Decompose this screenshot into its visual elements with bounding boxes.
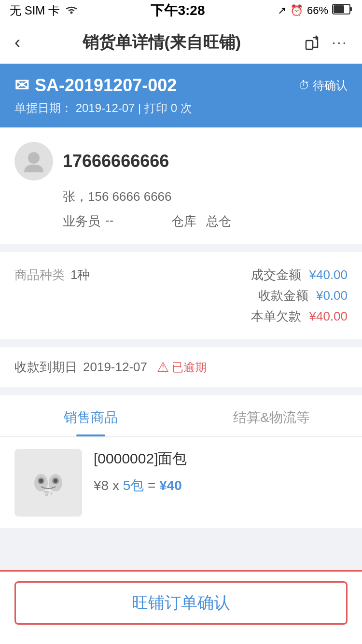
product-total: ¥40 bbox=[159, 478, 182, 493]
order-status: ⏱ 待确认 bbox=[298, 78, 348, 93]
battery-level: 66% bbox=[307, 4, 328, 17]
collected-label: 收款金额 bbox=[258, 287, 308, 304]
due-date: 2019-12-07 bbox=[83, 360, 147, 375]
svg-text:管+: 管+ bbox=[43, 490, 53, 497]
customer-phone: 17666666666 bbox=[63, 151, 169, 171]
nav-bar: ‹ 销货单详情(来自旺铺) ··· bbox=[0, 21, 362, 64]
order-icon: ✉ bbox=[14, 75, 29, 96]
collected-value: ¥0.00 bbox=[316, 288, 348, 303]
svg-point-10 bbox=[39, 479, 43, 483]
customer-fields: 业务员 -- 仓库 总仓 bbox=[14, 213, 348, 230]
status-bar: 无 SIM 卡 下午3:28 ↗ ⏰ 66% bbox=[0, 0, 362, 21]
customer-sub: 张，156 6666 6666 bbox=[14, 188, 348, 205]
owed-row: 本单欠款 ¥40.00 bbox=[251, 308, 348, 325]
summary-left: 商品种类 1种 bbox=[14, 266, 90, 283]
product-name: [0000002]面包 bbox=[94, 449, 348, 469]
nav-left: ‹ bbox=[14, 32, 20, 53]
amount-value: ¥40.00 bbox=[309, 267, 348, 282]
status-right: ↗ ⏰ 66% bbox=[278, 4, 352, 17]
svg-rect-2 bbox=[350, 7, 352, 11]
warehouse-field: 仓库 总仓 bbox=[171, 213, 231, 230]
summary-right: 成交金额 ¥40.00 收款金额 ¥0.00 本单欠款 ¥40.00 bbox=[251, 266, 348, 325]
order-meta: 单据日期： 2019-12-07 | 打印 0 次 bbox=[14, 100, 348, 116]
tabs-row: 销售商品 结算&物流等 bbox=[0, 395, 362, 437]
price-text: ¥8 x bbox=[94, 478, 123, 493]
customer-section: 17666666666 张，156 6666 6666 业务员 -- 仓库 总仓 bbox=[0, 127, 362, 244]
page-title: 销货单详情(来自旺铺) bbox=[83, 31, 241, 54]
svg-point-11 bbox=[54, 479, 57, 483]
clock-icon: ⏱ bbox=[298, 79, 310, 92]
equals-text: = bbox=[144, 478, 159, 493]
sales-value: -- bbox=[105, 213, 113, 230]
nav-right: ··· bbox=[303, 33, 348, 52]
sales-field: 业务员 -- bbox=[63, 213, 113, 230]
svg-rect-4 bbox=[306, 41, 313, 49]
product-price: ¥8 x 5包 = ¥40 bbox=[94, 476, 348, 495]
status-left: 无 SIM 卡 bbox=[10, 3, 78, 18]
location-icon: ↗ bbox=[278, 4, 286, 17]
owed-value: ¥40.00 bbox=[309, 309, 348, 324]
battery-icon bbox=[332, 4, 352, 17]
overdue-text: 已逾期 bbox=[172, 360, 207, 375]
warehouse-label: 仓库 bbox=[171, 213, 196, 230]
tab-sales-goods[interactable]: 销售商品 bbox=[0, 395, 181, 436]
owed-label: 本单欠款 bbox=[251, 308, 301, 325]
warehouse-value: 总仓 bbox=[206, 213, 231, 230]
share-button[interactable] bbox=[303, 33, 322, 52]
overdue-icon: ⚠ bbox=[157, 359, 169, 375]
svg-rect-3 bbox=[334, 5, 344, 13]
alarm-icon: ⏰ bbox=[290, 4, 303, 17]
due-label: 收款到期日 bbox=[14, 359, 77, 376]
status-time: 下午3:28 bbox=[151, 1, 205, 20]
product-qty: 5包 bbox=[123, 478, 144, 493]
tabs-section: 销售商品 结算&物流等 bbox=[0, 395, 362, 437]
header-card: ✉ SA-20191207-002 ⏱ 待确认 单据日期： 2019-12-07… bbox=[0, 64, 362, 127]
collected-row: 收款金额 ¥0.00 bbox=[258, 287, 348, 304]
product-type-label: 商品种类 bbox=[14, 266, 65, 283]
product-section: 管+ [0000002]面包 ¥8 x 5包 = ¥40 bbox=[0, 437, 362, 528]
back-button[interactable]: ‹ bbox=[14, 32, 20, 53]
product-type-item: 商品种类 1种 bbox=[14, 266, 90, 283]
order-id: ✉ SA-20191207-002 bbox=[14, 75, 177, 96]
svg-point-0 bbox=[70, 12, 73, 14]
tab-settlement[interactable]: 结算&物流等 bbox=[181, 395, 362, 436]
summary-section: 商品种类 1种 成交金额 ¥40.00 收款金额 ¥0.00 本单欠款 ¥40.… bbox=[0, 252, 362, 339]
sales-label: 业务员 bbox=[63, 213, 100, 230]
svg-point-5 bbox=[28, 152, 40, 164]
avatar bbox=[14, 142, 53, 181]
wifi-icon bbox=[65, 4, 78, 17]
product-thumbnail: 管+ bbox=[14, 449, 82, 517]
more-button[interactable]: ··· bbox=[332, 35, 348, 50]
product-info: [0000002]面包 ¥8 x 5包 = ¥40 bbox=[94, 449, 348, 495]
confirm-button-wrapper: 旺铺订单确认 bbox=[0, 570, 362, 644]
amount-label: 成交金额 bbox=[251, 266, 301, 283]
due-section: 收款到期日 2019-12-07 ⚠ 已逾期 bbox=[0, 347, 362, 387]
product-type-value: 1种 bbox=[70, 266, 90, 283]
overdue-badge: ⚠ 已逾期 bbox=[157, 359, 207, 375]
confirm-order-button[interactable]: 旺铺订单确认 bbox=[14, 581, 348, 625]
sim-status: 无 SIM 卡 bbox=[10, 3, 60, 18]
amount-row: 成交金额 ¥40.00 bbox=[251, 266, 348, 283]
